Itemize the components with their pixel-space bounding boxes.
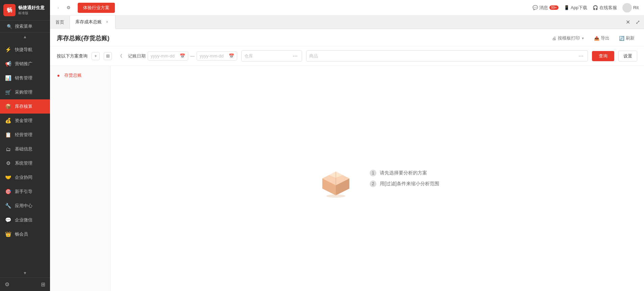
query-button[interactable]: 查询 — [592, 51, 614, 61]
sidebar-item-quick-nav[interactable]: ⚡ 快捷导航 — [0, 43, 50, 57]
collapse-sidebar-icon[interactable]: ⊞ — [41, 281, 45, 288]
empty-tips: 1 请先选择要分析的方案 2 用[过滤]条件来缩小分析范围 — [370, 170, 439, 187]
settings-link-button[interactable]: 设置 — [618, 51, 637, 62]
tab-close-all-button[interactable]: ✕ — [624, 18, 631, 27]
sidebar-item-guide[interactable]: 🎯 新手引导 — [0, 185, 50, 199]
filter-add-button[interactable]: + — [92, 52, 100, 60]
tab-bar: 首页 库存成本总账 × ✕ ⤢ — [50, 16, 644, 29]
filter-row: 按以下方案查询 + ⊞ 《 记账日期 yyyy-mm-dd 📅 — yyyy-m… — [57, 50, 637, 62]
trial-button[interactable]: 体验行业方案 — [78, 3, 115, 13]
page-header-actions: 🖨 按模板打印 ▼ 📤 导出 🔄 刷新 — [549, 34, 637, 43]
tab-expand-button[interactable]: ⤢ — [634, 18, 641, 27]
sidebar-item-inventory[interactable]: 📦 库存核算 — [0, 99, 50, 114]
sidebar-item-basic[interactable]: 🗂 基础信息 — [0, 142, 50, 156]
logo-text: 畅捷通好生意 标准版 — [18, 5, 45, 16]
scheme-item-inventory-ledger[interactable]: ● 存货总账 — [50, 69, 110, 81]
tab-expand-area: ✕ ⤢ — [624, 18, 641, 27]
wechat-icon: 💬 — [5, 217, 11, 223]
online-service-button[interactable]: 🎧 在线客服 — [593, 5, 617, 11]
sidebar-item-operation[interactable]: 📋 经营管理 — [0, 128, 50, 142]
cooperation-icon: 🤝 — [5, 174, 11, 181]
tab-inventory-cost[interactable]: 库存成本总账 × — [70, 16, 116, 29]
tab-home[interactable]: 首页 — [50, 16, 70, 29]
guide-icon: 🎯 — [5, 188, 11, 195]
date-field: 记账日期 yyyy-mm-dd 📅 — yyyy-mm-dd 📅 — [128, 51, 237, 60]
empty-illustration — [316, 158, 356, 199]
chevron-up-icon: ▲ — [23, 34, 27, 39]
scheme-item-icon: ● — [55, 72, 61, 78]
sidebar-item-appstore[interactable]: 🔧 应用中心 — [0, 199, 50, 213]
export-button[interactable]: 📤 导出 — [591, 34, 612, 43]
page-title: 库存总账(存货总账) — [57, 34, 109, 42]
tip-num-2: 2 — [370, 180, 376, 187]
svg-point-6 — [326, 194, 345, 198]
sales-icon: 📊 — [5, 75, 11, 81]
sidebar-item-system[interactable]: ⚙ 系统管理 — [0, 156, 50, 170]
sidebar-item-sales[interactable]: 📊 销售管理 — [0, 71, 50, 85]
scheme-panel: ● 存货总账 — [50, 66, 111, 291]
print-button[interactable]: 🖨 按模板打印 ▼ — [549, 34, 587, 43]
inventory-icon: 📦 — [5, 103, 11, 110]
sidebar-footer: ⚙ ⊞ — [0, 277, 50, 291]
user-avatar-button[interactable]: Rit — [622, 3, 639, 13]
chevron-right-icon: › — [57, 5, 59, 10]
warehouse-input[interactable]: 仓库 ··· — [241, 50, 302, 62]
tip-item-1: 1 请先选择要分析的方案 — [370, 170, 439, 176]
message-icon: 💬 — [532, 5, 538, 10]
scroll-up-button[interactable]: ▲ — [0, 32, 50, 41]
empty-inner: 1 请先选择要分析的方案 2 用[过滤]条件来缩小分析范围 — [316, 158, 439, 199]
system-icon: ⚙ — [5, 160, 11, 167]
empty-state: 1 请先选择要分析的方案 2 用[过滤]条件来缩小分析范围 — [111, 66, 644, 291]
tip-item-2: 2 用[过滤]条件来缩小分析范围 — [370, 180, 439, 187]
gear-icon: ⚙ — [67, 5, 71, 10]
sidebar-item-member[interactable]: 👑 畅会员 — [0, 227, 50, 241]
header-left: › ⚙ 体验行业方案 — [55, 3, 532, 13]
sidebar-item-marketing[interactable]: 📢 营销推广 — [0, 57, 50, 71]
appstore-icon: 🔧 — [5, 202, 11, 209]
message-button[interactable]: 💬 消息 99+ — [532, 5, 559, 11]
settings-footer-icon[interactable]: ⚙ — [5, 281, 9, 288]
date-end-input[interactable]: yyyy-mm-dd 📅 — [197, 51, 237, 60]
app-download-button[interactable]: 📱 App下载 — [564, 5, 587, 11]
quick-nav-icon: ⚡ — [5, 46, 11, 53]
search-menu-button[interactable]: 🔍 搜索菜单 — [0, 21, 50, 32]
print-icon: 🖨 — [552, 36, 556, 41]
filter-collapse-button[interactable]: 《 — [116, 52, 124, 60]
goods-input[interactable]: 商品 ··· — [306, 50, 588, 62]
calendar-end-icon: 📅 — [229, 53, 234, 58]
scroll-down-button[interactable]: ▼ — [0, 269, 50, 277]
search-icon: 🔍 — [7, 24, 12, 29]
header-settings-button[interactable]: ⚙ — [64, 3, 74, 13]
sidebar-item-purchase[interactable]: 🛒 采购管理 — [0, 85, 50, 99]
basic-icon: 🗂 — [5, 146, 11, 152]
header-right: 💬 消息 99+ 📱 App下载 🎧 在线客服 Rit — [532, 3, 639, 13]
page-header: 库存总账(存货总账) 🖨 按模板打印 ▼ 📤 导出 🔄 刷新 — [50, 29, 644, 46]
sidebar-item-wechat[interactable]: 💬 企业微信 — [0, 213, 50, 227]
filter-scheme-button[interactable]: ⊞ — [104, 52, 112, 60]
main-content: › ⚙ 体验行业方案 💬 消息 99+ 📱 App下载 🎧 在线客服 — [50, 0, 644, 291]
goods-more-icon: ··· — [577, 52, 585, 59]
sidebar-item-cooperation[interactable]: 🤝 企业协同 — [0, 170, 50, 185]
calendar-icon: 📅 — [180, 53, 185, 58]
finance-icon: 💰 — [5, 117, 11, 124]
date-separator: — — [190, 53, 195, 58]
service-icon: 🎧 — [593, 5, 598, 10]
sidebar: 畅 畅捷通好生意 标准版 🔍 搜索菜单 ▲ ⚡ 快捷导航 📢 营销推广 📊 销售… — [0, 0, 50, 291]
filter-area: 按以下方案查询 + ⊞ 《 记账日期 yyyy-mm-dd 📅 — yyyy-m… — [50, 46, 644, 66]
date-start-input[interactable]: yyyy-mm-dd 📅 — [148, 51, 188, 60]
chevron-down-icon: ▼ — [581, 37, 585, 40]
sidebar-logo: 畅 畅捷通好生意 标准版 — [0, 0, 50, 21]
breadcrumb: › — [55, 5, 61, 10]
tip-num-1: 1 — [370, 170, 376, 176]
export-icon: 📤 — [594, 36, 599, 41]
logo-icon: 畅 — [3, 4, 16, 16]
refresh-button[interactable]: 🔄 刷新 — [616, 34, 637, 43]
content-body: ● 存货总账 — [50, 66, 644, 291]
filter-label: 按以下方案查询 — [57, 53, 88, 59]
refresh-icon: 🔄 — [619, 36, 624, 41]
page-area: 库存总账(存货总账) 🖨 按模板打印 ▼ 📤 导出 🔄 刷新 — [50, 29, 644, 291]
sidebar-item-finance[interactable]: 💰 资金管理 — [0, 114, 50, 128]
tab-close-button[interactable]: × — [104, 19, 110, 25]
sidebar-nav: ⚡ 快捷导航 📢 营销推广 📊 销售管理 🛒 采购管理 📦 库存核算 💰 资金管… — [0, 41, 50, 269]
top-header: › ⚙ 体验行业方案 💬 消息 99+ 📱 App下载 🎧 在线客服 — [50, 0, 644, 16]
